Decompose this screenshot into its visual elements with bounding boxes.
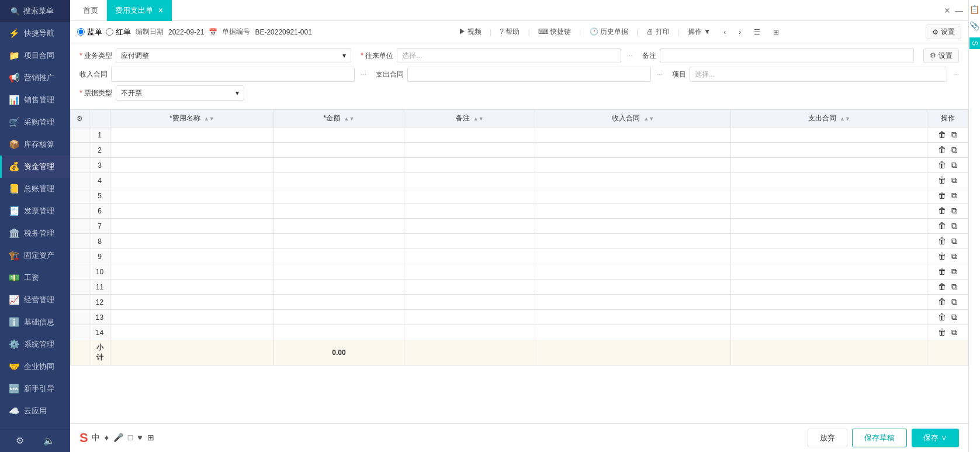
row-name-cell[interactable] xyxy=(110,310,274,325)
settings-btn[interactable]: ⚙ 设置 xyxy=(926,25,961,39)
row-amount-cell[interactable] xyxy=(273,280,404,295)
row-income-cell[interactable] xyxy=(535,219,731,234)
row-name-cell[interactable] xyxy=(110,219,274,234)
col-income-header[interactable]: 收入合同 ▲▼ xyxy=(535,110,731,127)
row-income-cell[interactable] xyxy=(535,158,731,173)
row-note-cell[interactable] xyxy=(404,295,535,310)
expense-contract-more-btn[interactable]: ··· xyxy=(657,70,663,78)
row-name-cell[interactable] xyxy=(110,280,274,295)
row-expense-cell[interactable] xyxy=(731,295,927,310)
view-grid-btn[interactable]: ⊞ xyxy=(768,26,784,38)
row-copy-icon[interactable]: ⧉ xyxy=(951,206,957,215)
row-name-cell[interactable] xyxy=(110,234,274,249)
audio-icon[interactable]: 🔈 xyxy=(43,435,55,446)
income-contract-more-btn[interactable]: ··· xyxy=(361,70,366,78)
row-amount-cell[interactable] xyxy=(273,264,404,280)
row-amount-cell[interactable] xyxy=(273,325,404,340)
counterparty-more-btn[interactable]: ··· xyxy=(627,51,633,60)
nav-prev-btn[interactable]: ‹ xyxy=(719,26,730,38)
view-list-btn[interactable]: ☰ xyxy=(749,26,765,38)
row-delete-icon[interactable]: 🗑 xyxy=(938,130,946,139)
row-name-cell[interactable] xyxy=(110,203,274,219)
tab-close-icon[interactable]: ✕ xyxy=(158,6,164,15)
row-income-cell[interactable] xyxy=(535,143,731,158)
row-delete-icon[interactable]: 🗑 xyxy=(938,191,946,200)
sidebar-item-cloud-apps[interactable]: ☁️云应用 xyxy=(0,400,70,422)
row-expense-cell[interactable] xyxy=(731,143,927,158)
tab-expense-form[interactable]: 费用支出单 ✕ xyxy=(107,0,172,21)
row-copy-icon[interactable]: ⧉ xyxy=(951,327,957,337)
right-panel-teal[interactable]: S xyxy=(969,37,980,49)
sidebar-item-marketing[interactable]: 📢营销推广 xyxy=(0,67,70,89)
income-contract-input[interactable] xyxy=(111,67,355,82)
row-name-cell[interactable] xyxy=(110,188,274,203)
row-delete-icon[interactable]: 🗑 xyxy=(938,160,946,170)
row-note-cell[interactable] xyxy=(404,173,535,188)
help-btn[interactable]: ? 帮助 xyxy=(495,25,524,39)
sidebar-item-new-guide[interactable]: 🆕新手引导 xyxy=(0,378,70,400)
window-min-btn[interactable]: — xyxy=(954,6,964,15)
print-btn[interactable]: 🖨 打印 xyxy=(642,25,674,39)
row-copy-icon[interactable]: ⧉ xyxy=(951,160,957,170)
row-copy-icon[interactable]: ⧉ xyxy=(951,221,957,230)
sidebar-item-project-contract[interactable]: 📁项目合同 xyxy=(0,44,70,67)
row-note-cell[interactable] xyxy=(404,203,535,219)
radio-red-label[interactable]: 红单 xyxy=(106,27,131,37)
row-copy-icon[interactable]: ⧉ xyxy=(951,145,957,154)
sidebar-item-fixed-assets[interactable]: 🏗️固定资产 xyxy=(0,244,70,267)
row-copy-icon[interactable]: ⧉ xyxy=(951,282,957,291)
row-income-cell[interactable] xyxy=(535,188,731,203)
row-expense-cell[interactable] xyxy=(731,310,927,325)
row-amount-cell[interactable] xyxy=(273,127,404,143)
history-btn[interactable]: 🕐 历史单据 xyxy=(585,25,633,39)
row-name-cell[interactable] xyxy=(110,249,274,264)
row-expense-cell[interactable] xyxy=(731,325,927,340)
sidebar-item-tax-mgmt[interactable]: 🏛️税务管理 xyxy=(0,222,70,244)
calendar-icon[interactable]: 📅 xyxy=(209,28,217,36)
row-expense-cell[interactable] xyxy=(731,249,927,264)
save-draft-btn[interactable]: 保存草稿 xyxy=(852,429,907,447)
note-input[interactable] xyxy=(660,48,914,63)
row-income-cell[interactable] xyxy=(535,325,731,340)
row-amount-cell[interactable] xyxy=(273,249,404,264)
row-note-cell[interactable] xyxy=(404,310,535,325)
window-close-btn[interactable]: ✕ xyxy=(943,6,952,15)
row-income-cell[interactable] xyxy=(535,280,731,295)
radio-red[interactable] xyxy=(106,28,113,36)
project-select[interactable]: 选择... xyxy=(690,67,947,82)
sidebar-item-operations-mgmt[interactable]: 📈经营管理 xyxy=(0,289,70,311)
row-delete-icon[interactable]: 🗑 xyxy=(938,175,946,185)
row-income-cell[interactable] xyxy=(535,249,731,264)
row-amount-cell[interactable] xyxy=(273,173,404,188)
row-name-cell[interactable] xyxy=(110,295,274,310)
sidebar-item-inventory[interactable]: 📦库存核算 xyxy=(0,133,70,156)
sidebar-item-purchase-mgmt[interactable]: 🛒采购管理 xyxy=(0,111,70,133)
row-expense-cell[interactable] xyxy=(731,264,927,280)
operations-btn[interactable]: 操作 ▼ xyxy=(683,25,715,39)
row-expense-cell[interactable] xyxy=(731,188,927,203)
row-delete-icon[interactable]: 🗑 xyxy=(938,145,946,154)
tab-home[interactable]: 首页 xyxy=(75,0,107,21)
row-note-cell[interactable] xyxy=(404,249,535,264)
row-delete-icon[interactable]: 🗑 xyxy=(938,206,946,215)
sidebar-item-sales-mgmt[interactable]: 📊销售管理 xyxy=(0,89,70,111)
row-name-cell[interactable] xyxy=(110,173,274,188)
sidebar-item-invoice-mgmt[interactable]: 🧾发票管理 xyxy=(0,200,70,222)
row-delete-icon[interactable]: 🗑 xyxy=(938,312,946,322)
sidebar-item-basic-info[interactable]: ℹ️基础信息 xyxy=(0,311,70,333)
sidebar-item-payroll[interactable]: 💵工资 xyxy=(0,267,70,289)
sidebar-item-quick-nav[interactable]: ⚡快捷导航 xyxy=(0,22,70,44)
row-expense-cell[interactable] xyxy=(731,219,927,234)
sidebar-search[interactable]: 🔍 搜索菜单 xyxy=(0,0,70,22)
row-amount-cell[interactable] xyxy=(273,295,404,310)
settings-icon[interactable]: ⚙ xyxy=(16,435,24,446)
row-note-cell[interactable] xyxy=(404,280,535,295)
row-note-cell[interactable] xyxy=(404,143,535,158)
expense-contract-input[interactable] xyxy=(407,67,651,82)
col-name-header[interactable]: *费用名称 ▲▼ xyxy=(110,110,274,127)
col-note-header[interactable]: 备注 ▲▼ xyxy=(404,110,535,127)
discard-btn[interactable]: 放弃 xyxy=(808,429,847,447)
row-amount-cell[interactable] xyxy=(273,203,404,219)
col-expense-header[interactable]: 支出合同 ▲▼ xyxy=(731,110,927,127)
row-expense-cell[interactable] xyxy=(731,234,927,249)
